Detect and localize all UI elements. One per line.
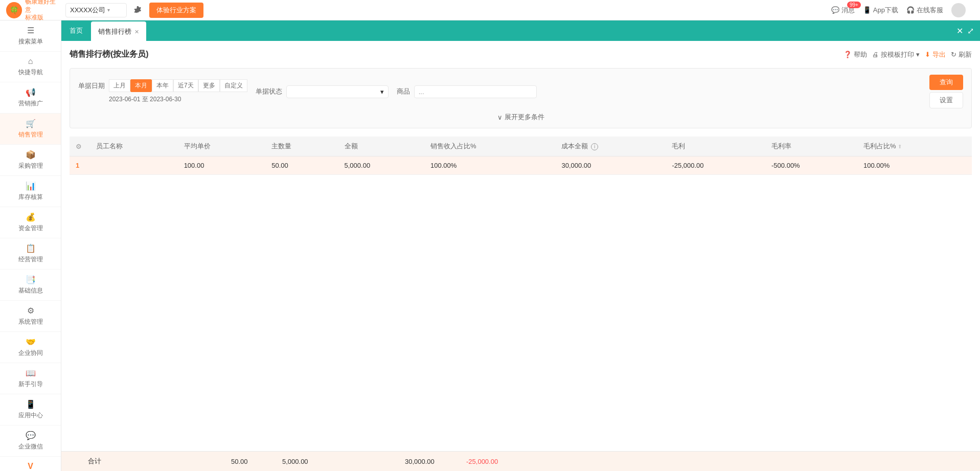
filter-area: 单据日期 上月 本月 本年 近7天 更多 自定义 20 — [70, 68, 972, 128]
sidebar-item-finance[interactable]: 💰 资金管理 — [0, 207, 61, 238]
page-header: 销售排行榜(按业务员) ❓ 帮助 🖨 按模板打印 ▾ ⬇ — [70, 49, 972, 60]
th-cost-amount: 成本全额 i — [555, 137, 666, 156]
beginner-icon: 📖 — [26, 368, 36, 378]
table-header: ⚙ 员工名称 平均单价 主数量 全额 销售收入占比% 成本全额 i — [70, 137, 972, 156]
sidebar-item-label: 企业协同 — [18, 349, 43, 357]
page-title: 销售排行榜(按业务员) — [70, 49, 149, 60]
goods-placeholder: ... — [419, 88, 424, 96]
notification-button[interactable]: 💬 消息 99+ — [831, 6, 855, 15]
date-btn-7days[interactable]: 近7天 — [173, 79, 198, 92]
message-icon: 💬 — [831, 6, 839, 14]
date-buttons: 上月 本月 本年 近7天 更多 自定义 — [109, 79, 247, 92]
trial-button[interactable]: 体验行业方案 — [149, 3, 203, 18]
wechat-icon: 💬 — [26, 431, 36, 440]
sidebar-item-label: 企业微信 — [18, 442, 43, 451]
status-select[interactable]: ▾ — [286, 85, 389, 98]
top-right-actions: 💬 消息 99+ 📱 App下载 🎧 在线客服 — [831, 3, 974, 17]
sidebar-item-enterprise-wechat[interactable]: 💬 企业微信 — [0, 425, 61, 457]
sidebar-item-app-center[interactable]: 📱 应用中心 — [0, 394, 61, 425]
cell-avg-price: 100.00 — [178, 156, 266, 175]
set-button[interactable]: 设置 — [929, 92, 963, 108]
date-filter-group: 单据日期 上月 本月 本年 近7天 更多 自定义 20 — [78, 79, 247, 104]
sidebar-item-label: 采购管理 — [18, 162, 43, 170]
export-button[interactable]: ⬇ 导出 — [925, 50, 946, 59]
app-download-button[interactable]: 📱 App下载 — [863, 6, 898, 15]
sidebar-item-label: 应用中心 — [18, 411, 43, 420]
notification-badge: 99+ — [847, 2, 861, 8]
sidebar-item-vip[interactable]: V 畅会员 — [0, 457, 61, 471]
th-sales-pct: 销售收入占比% — [424, 137, 555, 156]
cell-rank: 1 — [70, 156, 90, 175]
tab-home[interactable]: 首页 — [61, 20, 91, 41]
sidebar-item-label: 经营管理 — [18, 255, 43, 264]
date-btn-current-month[interactable]: 本月 — [130, 79, 152, 92]
tab-maximize-button[interactable]: ⤢ — [967, 26, 974, 36]
chevron-down-icon: ▾ — [107, 7, 110, 13]
search-order-icon: ☰ — [27, 26, 34, 35]
tab-close-icon[interactable]: ✕ — [134, 29, 139, 35]
sidebar-item-system-mgmt[interactable]: ⚙ 系统管理 — [0, 301, 61, 332]
date-btn-last-month[interactable]: 上月 — [109, 79, 130, 92]
app-logo: 🍀 畅康通好生意 标准版 — [6, 0, 61, 22]
date-btn-more[interactable]: 更多 — [198, 79, 220, 92]
date-range-display: 2023-06-01 至 2023-06-30 — [109, 95, 247, 104]
th-main-qty: 主数量 — [265, 137, 338, 156]
table-footer: 合计 50.00 5,000.00 30,000.00 -25,000.00 — [61, 451, 980, 471]
sidebar-item-marketing[interactable]: 📢 营销推广 — [0, 82, 61, 114]
table-row: 1 100.00 50.00 5,000.00 100.00% 30,000.0… — [70, 156, 972, 175]
quick-nav-icon: ⌂ — [28, 57, 33, 66]
date-filter-block: 上月 本月 本年 近7天 更多 自定义 2023-06-01 至 2023-06… — [109, 79, 247, 104]
sidebar-item-inventory[interactable]: 📊 库存核算 — [0, 176, 61, 207]
sidebar-item-label: 系统管理 — [18, 318, 43, 326]
user-avatar[interactable] — [951, 3, 966, 17]
export-icon: ⬇ — [925, 51, 930, 58]
tab-minimize-button[interactable]: ✕ — [956, 26, 963, 36]
main-area: ☰ 搜索菜单 ⌂ 快捷导航 📢 营销推广 🛒 销售管理 📦 采购管理 📊 库 — [0, 20, 980, 471]
goods-filter-group: 商品 ... — [397, 85, 537, 98]
template-print-button[interactable]: 🖨 按模板打印 ▾ — [872, 50, 920, 59]
sales-icon: 🛒 — [26, 119, 36, 128]
system-icon: ⚙ — [27, 306, 34, 316]
sidebar-item-operations[interactable]: 📋 经营管理 — [0, 238, 61, 270]
top-bar: 🍀 畅康通好生意 标准版 XXXXX公司 ▾ 体验行业方案 💬 消息 99+ — [0, 0, 980, 20]
company-name: XXXXX公司 — [70, 6, 105, 15]
date-btn-this-year[interactable]: 本年 — [152, 79, 173, 92]
refresh-button[interactable]: ↻ 刷新 — [951, 50, 972, 59]
logo-icon: 🍀 — [6, 2, 22, 18]
expand-button[interactable]: ∨ 展开更多条件 — [497, 113, 544, 122]
sidebar-item-purchase-mgmt[interactable]: 📦 采购管理 — [0, 145, 61, 176]
expand-icon: ∨ — [497, 114, 503, 121]
headset-icon: 🎧 — [906, 6, 915, 14]
sidebar-item-search-order[interactable]: ☰ 搜索菜单 — [0, 20, 61, 52]
sidebar-item-label: 新手引导 — [18, 380, 43, 389]
column-settings-icon[interactable]: ⚙ — [76, 143, 82, 150]
sidebar-item-basic-info[interactable]: 📑 基础信息 — [0, 270, 61, 301]
sidebar-item-quick-nav[interactable]: ⌂ 快捷导航 — [0, 52, 61, 82]
help-button[interactable]: ❓ 帮助 — [844, 50, 867, 59]
help-icon: ❓ — [844, 51, 852, 58]
sidebar-item-beginner[interactable]: 📖 新手引导 — [0, 363, 61, 394]
goods-input[interactable]: ... — [414, 85, 537, 98]
tab-sales-ranking[interactable]: 销售排行榜 ✕ — [91, 21, 146, 42]
table-body: 1 100.00 50.00 5,000.00 100.00% 30,000.0… — [70, 156, 972, 175]
cell-gross-pct: 100.00% — [857, 156, 972, 175]
refresh-icon: ↻ — [951, 51, 956, 58]
sidebar-item-enterprise-collab[interactable]: 🤝 企业协同 — [0, 332, 61, 363]
query-button[interactable]: 查询 — [929, 75, 963, 90]
gross-pct-sort-icon[interactable]: ⬆ — [898, 144, 902, 149]
cell-cost-amount: 30,000.00 — [555, 156, 666, 175]
app-container: 🍀 畅康通好生意 标准版 XXXXX公司 ▾ 体验行业方案 💬 消息 99+ — [0, 0, 980, 471]
th-name: 员工名称 — [90, 137, 178, 156]
sidebar-item-label: 库存核算 — [18, 193, 43, 201]
online-service-button[interactable]: 🎧 在线客服 — [906, 6, 943, 15]
cost-amount-info-icon[interactable]: i — [591, 143, 598, 150]
cell-gross-rate: -500.00% — [765, 156, 857, 175]
mobile-icon: 📱 — [863, 6, 871, 14]
logo-text: 畅康通好生意 标准版 — [25, 0, 61, 22]
print-icon: 🖨 — [872, 51, 879, 58]
date-btn-custom[interactable]: 自定义 — [220, 79, 247, 92]
company-selector[interactable]: XXXXX公司 ▾ — [65, 3, 127, 17]
date-label: 单据日期 — [78, 79, 105, 91]
sidebar-item-sales-mgmt[interactable]: 🛒 销售管理 — [0, 114, 61, 145]
settings-icon-btn[interactable] — [131, 3, 145, 17]
